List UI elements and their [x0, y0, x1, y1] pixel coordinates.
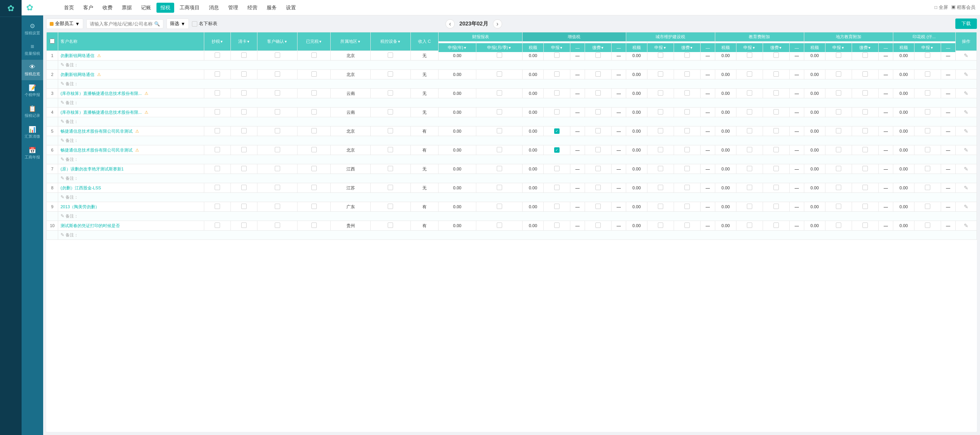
checkbox-cell[interactable] [925, 204, 930, 209]
local-fee-cell[interactable] [852, 202, 878, 212]
paid-cell[interactable] [297, 183, 330, 193]
search-box[interactable]: 🔍 [86, 19, 163, 29]
city-report-cell[interactable] [647, 164, 674, 174]
checkbox-cell[interactable] [275, 109, 280, 115]
device-cell[interactable] [371, 183, 411, 193]
checkbox-cell[interactable] [925, 109, 930, 115]
clear-card-cell[interactable] [231, 221, 257, 231]
checkbox-cell[interactable] [684, 147, 690, 152]
checkbox-cell[interactable] [595, 185, 601, 190]
checkbox-cell[interactable] [554, 109, 560, 115]
edu-report-cell[interactable] [736, 51, 763, 61]
edu-report-cell[interactable] [736, 221, 763, 231]
checkbox-cell[interactable] [773, 52, 779, 58]
operation-cell[interactable]: ✎ [955, 202, 977, 212]
report-month-cell[interactable] [476, 183, 522, 193]
checkbox-cell[interactable] [773, 128, 779, 133]
paid-cell[interactable] [297, 108, 330, 117]
checkbox-cell[interactable] [747, 71, 752, 77]
stamp-report-cell[interactable] [914, 221, 941, 231]
confirm-cell[interactable] [257, 126, 298, 136]
checkbox-cell[interactable] [311, 166, 317, 171]
device-cell[interactable] [371, 164, 411, 174]
checkbox-cell[interactable] [925, 52, 930, 58]
edu-fee-cell[interactable] [763, 51, 789, 61]
checkbox-cell[interactable] [275, 223, 280, 228]
city-fee-cell[interactable] [674, 108, 700, 117]
checkbox-cell[interactable] [747, 52, 752, 58]
checkbox-cell[interactable] [658, 185, 663, 190]
checkbox-cell[interactable] [311, 109, 317, 115]
confirm-cell[interactable] [257, 164, 298, 174]
clear-card-cell[interactable] [231, 51, 257, 61]
filter-button[interactable]: 筛选 ▼ [166, 19, 189, 29]
topnav-item-business[interactable]: 工商项目 [176, 3, 203, 13]
copy-tax-cell[interactable] [204, 51, 231, 61]
confirm-cell[interactable] [257, 183, 298, 193]
report-month-cell[interactable] [476, 202, 522, 212]
vat-report-cell[interactable] [544, 89, 570, 98]
topnav-item-operation[interactable]: 经营 [244, 3, 261, 13]
remark-text[interactable]: ✎ 备注： [58, 212, 977, 221]
vat-fee-cell[interactable] [585, 202, 611, 212]
device-cell[interactable] [371, 89, 411, 98]
checkbox-cell[interactable] [554, 166, 560, 171]
copy-tax-cell[interactable] [204, 202, 231, 212]
vat-fee-cell[interactable] [585, 164, 611, 174]
report-month-cell[interactable] [476, 145, 522, 155]
table-wrapper[interactable]: 客户名称 抄税▼ 清卡▼ 客户确认▼ 已完税▼ 所属地区▼ 税控设备▼ 收入 C… [46, 32, 977, 432]
checkbox-cell[interactable] [554, 185, 560, 190]
checkbox-cell[interactable] [215, 166, 220, 171]
checkbox-cell[interactable] [836, 166, 841, 171]
vat-fee-cell[interactable] [585, 183, 611, 193]
checkbox-cell[interactable] [836, 109, 841, 115]
customer-link[interactable]: (库存核算）直播畅捷通信息技术股份有限... [61, 110, 142, 115]
device-cell[interactable] [371, 126, 411, 136]
checkbox-cell[interactable] [684, 223, 690, 228]
checkbox-cell[interactable] [595, 223, 601, 228]
paid-cell[interactable] [297, 202, 330, 212]
leftnav-item-annual-report[interactable]: 📅 工商年报 [22, 143, 43, 164]
vat-report-cell[interactable] [544, 183, 570, 193]
paid-cell[interactable] [297, 70, 330, 79]
city-fee-cell[interactable] [674, 202, 700, 212]
remark-text[interactable]: ✎ 备注： [58, 61, 977, 70]
city-fee-cell[interactable] [674, 126, 700, 136]
edit-button[interactable]: ✎ [964, 90, 968, 96]
checkbox-cell[interactable] [241, 166, 247, 171]
checkbox-cell[interactable] [388, 90, 393, 96]
remark-text[interactable]: ✎ 备注： [58, 136, 977, 145]
operation-cell[interactable]: ✎ [955, 183, 977, 193]
leftnav-item-tax-settings[interactable]: ⚙ 报税设置 [22, 19, 43, 39]
checkbox-cell[interactable] [275, 90, 280, 96]
edu-fee-cell[interactable] [763, 221, 789, 231]
vat-fee-cell[interactable] [585, 126, 611, 136]
checkbox-cell[interactable] [388, 71, 393, 77]
checkbox-cell[interactable] [658, 128, 663, 133]
edit-button[interactable]: ✎ [964, 223, 968, 229]
checkbox-cell[interactable] [862, 147, 868, 152]
edu-report-cell[interactable] [736, 108, 763, 117]
leftnav-item-personal-tax[interactable]: 📝 个税申报 [22, 80, 43, 101]
topnav-item-bookkeeping[interactable]: 记账 [137, 3, 155, 13]
checkbox-cell[interactable] [658, 147, 663, 152]
checkbox-cell[interactable] [311, 204, 317, 209]
checkbox-cell[interactable] [388, 128, 393, 133]
edu-report-cell[interactable] [736, 202, 763, 212]
stamp-report-cell[interactable] [914, 126, 941, 136]
city-report-cell[interactable] [647, 108, 674, 117]
customer-link[interactable]: (原）误删勿改李艳牙测试斯赛新1 [61, 167, 124, 171]
local-fee-cell[interactable] [852, 145, 878, 155]
checkbox-cell[interactable] [836, 128, 841, 133]
customer-link[interactable]: 2013（陶美劳勿删） [61, 204, 99, 209]
customer-link[interactable]: (库存核算）直播畅捷通信息技术股份有限... [61, 91, 142, 96]
checkbox-cell[interactable] [684, 128, 690, 133]
edit-button[interactable]: ✎ [964, 128, 968, 134]
checkbox-cell[interactable] [215, 223, 220, 228]
checkbox-cell[interactable] [836, 223, 841, 228]
checkbox-cell[interactable] [215, 204, 220, 209]
checkbox-cell[interactable] [497, 204, 502, 209]
leftnav-item-tax-record[interactable]: 📋 报税记录 [22, 101, 43, 122]
topnav-item-fee[interactable]: 收费 [99, 3, 116, 13]
checkbox-cell[interactable] [684, 185, 690, 190]
